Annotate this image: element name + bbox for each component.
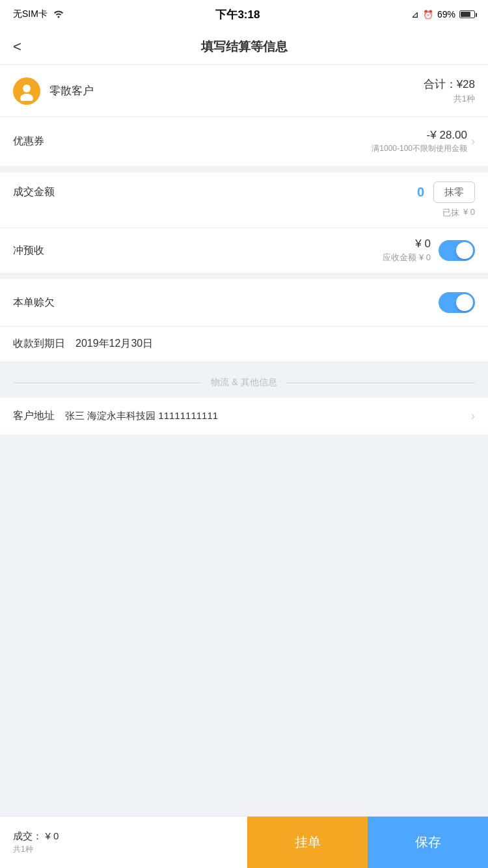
svg-point-0 <box>23 85 31 92</box>
customer-right: 合计：¥28 共1种 <box>424 77 475 105</box>
due-date-row: 收款到期日 2019年12月30日 <box>0 326 488 361</box>
bottom-count: 共1种 <box>13 844 234 855</box>
prepay-row: 冲预收 ¥ 0 应收金额 ¥ 0 <box>0 228 488 273</box>
transaction-label: 成交金额 <box>13 185 55 199</box>
rounded-value: ¥ 0 <box>463 207 475 219</box>
customer-name: 零散客户 <box>49 83 94 98</box>
alarm-icon: ⏰ <box>423 10 433 20</box>
save-button[interactable]: 保存 <box>368 817 488 869</box>
transaction-row: 成交金额 0 抹零 已抹 ¥ 0 <box>0 172 488 228</box>
logistics-section: 物流 & 其他信息 客户地址 张三 海淀永丰科技园 11111111111 › <box>0 368 488 435</box>
debt-toggle-slider <box>439 292 475 313</box>
due-label: 收款到期日 <box>13 337 65 351</box>
receivable-text: 应收金额 ¥ 0 <box>383 252 431 264</box>
debt-card: 本单赊欠 收款到期日 2019年12月30日 <box>0 279 488 361</box>
receivable-label: 应收金额 <box>383 252 416 262</box>
customer-avatar <box>13 77 40 105</box>
prepay-toggle-slider <box>439 240 475 261</box>
prepay-amounts: ¥ 0 应收金额 ¥ 0 <box>383 237 431 264</box>
battery-percent: 69% <box>437 9 455 20</box>
customer-left: 零散客户 <box>13 77 94 105</box>
prepay-label: 冲预收 <box>13 244 44 258</box>
main-content: 零散客户 合计：¥28 共1种 优惠券 -¥ 28.00 满1000-100不限… <box>0 65 488 500</box>
bottom-bar: 成交： ¥ 0 共1种 挂单 保存 <box>0 816 488 868</box>
coupon-desc: 满1000-100不限制使用金额 <box>372 143 467 154</box>
total-count: 共1种 <box>424 93 475 105</box>
coupon-label: 优惠券 <box>13 135 44 148</box>
nav-bar: < 填写结算等信息 <box>0 29 488 65</box>
transaction-card: 成交金额 0 抹零 已抹 ¥ 0 冲预收 ¥ 0 应收金额 ¥ 0 <box>0 172 488 273</box>
bottom-deal-line: 成交： ¥ 0 <box>13 830 234 843</box>
coupon-discount: -¥ 28.00 <box>372 129 467 142</box>
address-value: 张三 海淀永丰科技园 11111111111 <box>65 410 471 422</box>
customer-row: 零散客户 合计：¥28 共1种 <box>0 65 488 116</box>
coupon-value-block: -¥ 28.00 满1000-100不限制使用金额 <box>372 129 467 154</box>
due-date-value: 2019年12月30日 <box>75 337 153 351</box>
logistics-text: 物流 & 其他信息 <box>211 377 277 388</box>
coupon-row[interactable]: 优惠券 -¥ 28.00 满1000-100不限制使用金额 › <box>0 116 488 166</box>
debt-label: 本单赊欠 <box>13 296 55 310</box>
status-bar: 无SIM卡 下午3:18 ⊿ ⏰ 69% <box>0 0 488 29</box>
prepay-toggle[interactable] <box>439 240 475 261</box>
bottom-summary: 成交： ¥ 0 共1种 <box>0 830 247 855</box>
status-time: 下午3:18 <box>215 7 260 22</box>
coupon-right: -¥ 28.00 满1000-100不限制使用金额 › <box>372 129 475 154</box>
logistics-line-left <box>13 383 202 383</box>
transaction-value: 0 <box>417 185 424 200</box>
address-label: 客户地址 <box>13 409 55 423</box>
hang-button[interactable]: 挂单 <box>247 817 368 869</box>
debt-toggle[interactable] <box>439 292 475 313</box>
status-right: ⊿ ⏰ 69% <box>411 9 475 20</box>
logistics-line-right <box>286 383 475 383</box>
transaction-right: 0 抹零 <box>417 182 475 203</box>
prepay-right: ¥ 0 应收金额 ¥ 0 <box>383 237 475 264</box>
debt-row: 本单赊欠 <box>0 279 488 326</box>
rounded-label: 已抹 <box>442 207 459 219</box>
svg-point-1 <box>20 94 33 101</box>
bottom-deal-label: 成交： <box>13 830 42 841</box>
total-price: 合计：¥28 <box>424 77 475 92</box>
location-icon: ⊿ <box>411 9 419 20</box>
address-chevron-icon: › <box>471 409 475 423</box>
chevron-right-icon: › <box>471 135 475 148</box>
battery-icon <box>459 10 475 18</box>
status-left: 无SIM卡 <box>13 8 64 20</box>
address-row[interactable]: 客户地址 张三 海淀永丰科技园 11111111111 › <box>0 398 488 435</box>
page-title: 填写结算等信息 <box>201 38 288 55</box>
bottom-deal-value: ¥ 0 <box>45 830 59 841</box>
logistics-divider: 物流 & 其他信息 <box>0 368 488 398</box>
customer-coupon-card: 零散客户 合计：¥28 共1种 优惠券 -¥ 28.00 满1000-100不限… <box>0 65 488 166</box>
receivable-value: ¥ 0 <box>419 252 431 262</box>
wifi-icon <box>53 9 64 20</box>
prepay-value: ¥ 0 <box>383 237 431 251</box>
signal-text: 无SIM卡 <box>13 8 47 20</box>
round-zero-button[interactable]: 抹零 <box>433 182 475 203</box>
back-button[interactable]: < <box>13 38 21 55</box>
